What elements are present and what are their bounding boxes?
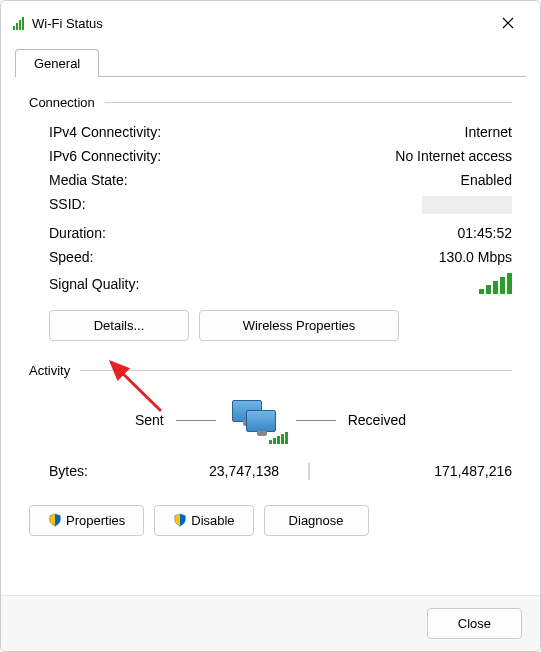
properties-label: Properties — [66, 513, 125, 528]
action-buttons: Properties Disable Diagnose — [29, 485, 512, 536]
ipv4-value: Internet — [229, 124, 512, 140]
speed-row: Speed: 130.0 Mbps — [29, 245, 512, 269]
connection-buttons: Details... Wireless Properties — [29, 298, 512, 349]
ipv4-label: IPv4 Connectivity: — [49, 124, 229, 140]
duration-label: Duration: — [49, 225, 229, 241]
signal-bars-icon — [479, 273, 512, 294]
titlebar: Wi-Fi Status — [1, 1, 540, 45]
bytes-row: Bytes: 23,747,138 | 171,487,216 — [29, 456, 512, 485]
duration-row: Duration: 01:45:52 — [29, 221, 512, 245]
speed-label: Speed: — [49, 249, 229, 265]
ipv6-label: IPv6 Connectivity: — [49, 148, 229, 164]
close-icon[interactable] — [488, 9, 528, 37]
ipv6-row: IPv6 Connectivity: No Internet access — [29, 144, 512, 168]
activity-diagram: Sent Received — [29, 388, 512, 456]
media-state-row: Media State: Enabled — [29, 168, 512, 192]
wireless-properties-button[interactable]: Wireless Properties — [199, 310, 399, 341]
media-state-label: Media State: — [49, 172, 229, 188]
wifi-status-dialog: Wi-Fi Status General Connection IPv4 Con… — [0, 0, 541, 652]
shield-icon — [48, 513, 62, 527]
tab-strip: General — [1, 49, 540, 77]
connection-header-text: Connection — [29, 95, 95, 110]
shield-icon — [173, 513, 187, 527]
activity-header-text: Activity — [29, 363, 70, 378]
bytes-label: Bytes: — [49, 463, 149, 479]
dialog-footer: Close — [1, 595, 540, 651]
sent-label: Sent — [135, 412, 164, 428]
duration-value: 01:45:52 — [229, 225, 512, 241]
wifi-signal-icon — [13, 17, 24, 30]
signal-quality-label: Signal Quality: — [49, 276, 229, 292]
properties-button[interactable]: Properties — [29, 505, 144, 536]
ipv4-row: IPv4 Connectivity: Internet — [29, 120, 512, 144]
bytes-sent-value: 23,747,138 — [149, 463, 279, 479]
diagnose-button[interactable]: Diagnose — [264, 505, 369, 536]
tab-general[interactable]: General — [15, 49, 99, 77]
ssid-row: SSID: — [29, 192, 512, 221]
close-button[interactable]: Close — [427, 608, 522, 639]
connection-group-header: Connection — [29, 95, 512, 110]
details-button[interactable]: Details... — [49, 310, 189, 341]
signal-quality-row: Signal Quality: — [29, 269, 512, 298]
media-state-value: Enabled — [229, 172, 512, 188]
network-monitors-icon — [228, 398, 284, 442]
ipv6-value: No Internet access — [229, 148, 512, 164]
received-label: Received — [348, 412, 406, 428]
window-title: Wi-Fi Status — [32, 16, 103, 31]
disable-label: Disable — [191, 513, 234, 528]
activity-group-header: Activity — [29, 363, 512, 378]
bytes-received-value: 171,487,216 — [339, 463, 512, 479]
disable-button[interactable]: Disable — [154, 505, 253, 536]
dialog-content: Connection IPv4 Connectivity: Internet I… — [1, 77, 540, 548]
speed-value: 130.0 Mbps — [229, 249, 512, 265]
bytes-separator: | — [279, 460, 339, 481]
ssid-label: SSID: — [49, 196, 229, 217]
ssid-value — [229, 196, 512, 217]
